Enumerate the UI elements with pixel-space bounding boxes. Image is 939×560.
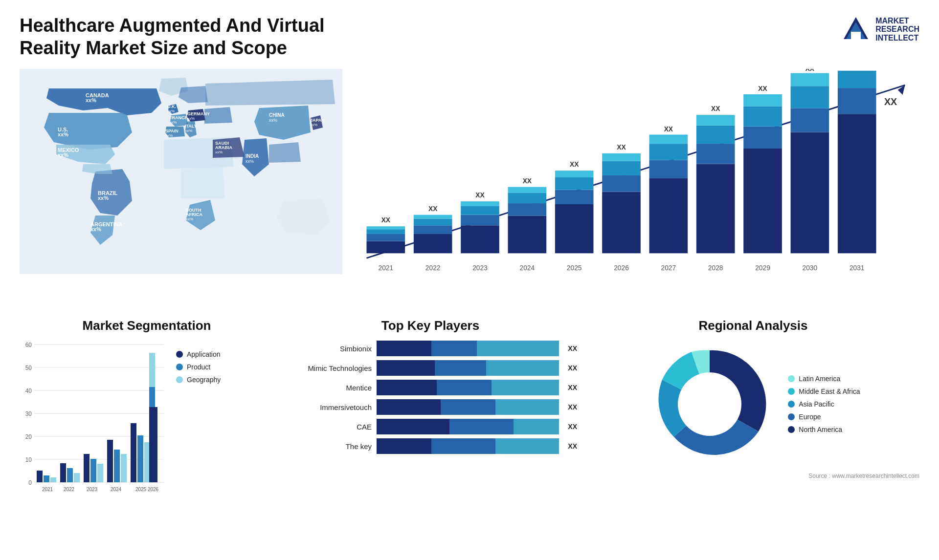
svg-rect-142 (149, 387, 155, 407)
svg-rect-119 (44, 475, 49, 482)
svg-rect-62 (555, 204, 594, 253)
player-row-thekey: The key XX (284, 438, 577, 454)
regional-legend: Latin America Middle East & Africa Asia … (788, 375, 860, 433)
svg-rect-81 (696, 144, 735, 164)
svg-text:XX: XX (570, 161, 579, 169)
svg-rect-40 (366, 229, 405, 234)
svg-rect-141 (149, 407, 155, 482)
logo-text: MARKETRESEARCHINTELLECT (875, 17, 919, 43)
legend-geography: Geography (176, 376, 221, 384)
svg-rect-41 (366, 226, 405, 229)
svg-rect-82 (696, 126, 735, 144)
svg-rect-122 (60, 463, 66, 482)
legend-label-asia: Asia Pacific (799, 400, 834, 408)
bar-seg1 (377, 380, 437, 395)
svg-rect-46 (414, 219, 452, 226)
svg-rect-86 (743, 149, 782, 253)
players-list: Simbionix XX Mimic Technologies (284, 341, 577, 454)
svg-rect-65 (555, 171, 594, 177)
bar-seg2 (431, 438, 495, 454)
svg-rect-132 (121, 454, 127, 482)
header: Healthcare Augmented And Virtual Reality… (20, 15, 919, 59)
player-bar-simbionix (377, 341, 559, 356)
legend-asia-pacific: Asia Pacific (788, 400, 860, 408)
svg-rect-93 (791, 108, 829, 132)
svg-point-145 (678, 372, 741, 436)
svg-text:xx%: xx% (98, 195, 109, 201)
svg-text:2023: 2023 (87, 487, 98, 492)
svg-rect-94 (791, 86, 829, 108)
map-section: CANADA xx% U.S. xx% MEXICO xx% BRAZIL xx… (20, 69, 342, 303)
svg-rect-77 (649, 135, 688, 144)
player-name-mimic: Mimic Technologies (284, 364, 372, 372)
svg-rect-74 (649, 178, 688, 253)
player-value-cae: XX (568, 423, 577, 431)
player-value-immersivetouch: XX (568, 403, 577, 411)
svg-text:xx%: xx% (90, 226, 101, 232)
svg-rect-76 (649, 144, 688, 160)
svg-text:xx%: xx% (246, 159, 254, 164)
segmentation-chart: 0 10 20 30 40 50 60 (20, 341, 166, 497)
svg-rect-45 (414, 225, 452, 234)
svg-text:xx%: xx% (167, 109, 175, 113)
legend-label-product: Product (187, 363, 210, 371)
player-value-mentice: XX (568, 384, 577, 391)
player-bar-mimic (377, 360, 559, 376)
svg-rect-58 (508, 193, 547, 204)
svg-rect-92 (791, 132, 829, 254)
svg-rect-38 (366, 241, 405, 254)
player-name-cae: CAE (284, 423, 372, 431)
top-section: CANADA xx% U.S. xx% MEXICO xx% BRAZIL xx… (20, 69, 919, 303)
svg-text:GERMANY: GERMANY (187, 111, 210, 116)
svg-text:2031: 2031 (850, 264, 865, 272)
svg-text:2027: 2027 (661, 264, 676, 272)
bar-seg2 (431, 341, 477, 356)
svg-text:2026: 2026 (614, 264, 629, 272)
svg-text:2021: 2021 (42, 487, 53, 492)
svg-text:xx%: xx% (165, 133, 173, 138)
svg-rect-44 (414, 234, 452, 253)
svg-text:xx%: xx% (310, 123, 317, 127)
bar-seg3 (477, 341, 559, 356)
bar-seg2 (441, 399, 495, 415)
svg-text:xx%: xx% (187, 116, 195, 121)
bar-seg1 (377, 360, 435, 376)
player-bar-thekey (377, 438, 559, 454)
bar-seg2 (435, 360, 486, 376)
svg-rect-88 (743, 107, 782, 127)
bar-seg3 (492, 380, 559, 395)
legend-label-application: Application (187, 350, 221, 358)
svg-text:XX: XX (664, 126, 673, 133)
svg-text:AFRICA: AFRICA (186, 212, 202, 217)
regional-analysis-section: Regional Analysis (587, 318, 919, 523)
legend-dot-latin (788, 375, 795, 382)
player-row-simbionix: Simbionix XX (284, 341, 577, 356)
svg-text:FRANCE: FRANCE (169, 115, 188, 120)
svg-rect-118 (37, 471, 43, 482)
svg-text:XX: XX (711, 105, 720, 112)
svg-rect-126 (84, 454, 89, 482)
svg-rect-75 (649, 160, 688, 178)
bar-seg1 (377, 341, 431, 356)
svg-text:XX: XX (381, 217, 391, 224)
donut-area: Latin America Middle East & Africa Asia … (587, 341, 919, 468)
key-players-section: Top Key Players Simbionix XX Mimic Techn… (284, 318, 577, 523)
svg-rect-70 (602, 161, 641, 175)
bar-chart-section: XX 2021 XX 2022 XX 2023 (342, 69, 919, 303)
legend-dot-na (788, 426, 795, 433)
svg-text:XX: XX (617, 144, 626, 151)
legend-europe: Europe (788, 413, 860, 421)
svg-text:60: 60 (25, 342, 32, 348)
svg-rect-127 (90, 459, 96, 482)
svg-rect-39 (366, 234, 405, 241)
svg-rect-69 (602, 175, 641, 192)
legend-label-mideast: Middle East & Africa (799, 388, 860, 395)
legend-application: Application (176, 350, 221, 358)
svg-text:2024: 2024 (520, 264, 535, 272)
svg-text:ARABIA: ARABIA (215, 145, 232, 150)
svg-rect-99 (838, 88, 876, 114)
svg-rect-57 (508, 203, 547, 216)
svg-text:2025: 2025 (567, 264, 582, 272)
bar-seg3 (514, 419, 559, 434)
svg-text:INDIA: INDIA (246, 153, 259, 159)
